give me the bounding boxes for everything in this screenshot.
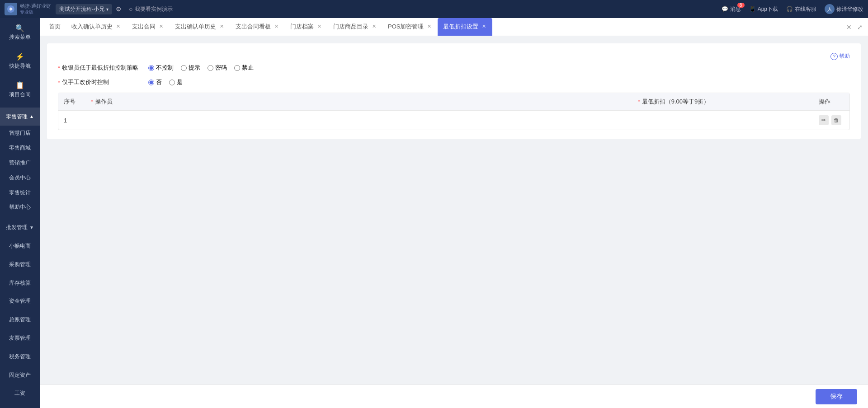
tab-close-expense-contract[interactable]: ✕ [158, 23, 164, 30]
sidebar-item-ledger[interactable]: 总账管理 [0, 310, 40, 329]
data-table-wrapper: 序号 * 操作员 * 最低折扣（9.00等于9折） 操作 [58, 93, 850, 130]
radio-forbid[interactable] [234, 65, 240, 71]
tab-store-profile[interactable]: 门店档案 ✕ [285, 18, 328, 36]
sidebar-item-finance[interactable]: 资金管理 [0, 292, 40, 310]
sidebar-settings-button[interactable]: ⚙ [0, 403, 40, 408]
discount-strategy-row: * 收银员低于最低折扣控制策略 不控制 提示 [58, 64, 850, 72]
sidebar-item-inventory[interactable]: 库存核算 [0, 274, 40, 292]
question-icon: ? [830, 53, 838, 60]
option-yes[interactable]: 是 [169, 78, 183, 86]
form-card: ? 帮助 * 收银员低于最低折扣控制策略 不控制 [47, 43, 861, 139]
sidebar-item-help[interactable]: 帮助中心 [0, 200, 40, 215]
tab-expand-button[interactable]: ⤢ [855, 23, 864, 32]
top-right-bar: 💬 消息 8 📱 App下载 🎧 在线客服 人 徐泽华修改 [722, 4, 863, 14]
radio-password[interactable] [208, 65, 213, 71]
radio-yes[interactable] [169, 80, 175, 85]
sidebar-item-marketing[interactable]: 营销推广 [0, 155, 40, 170]
option-forbid[interactable]: 禁止 [234, 64, 254, 72]
settings-button[interactable]: ⚙ [116, 5, 122, 13]
project-name: 测试分开流程-小兄 [59, 5, 104, 13]
tab-pos-password[interactable]: POS加密管理 ✕ [382, 18, 438, 36]
online-service-button[interactable]: 🎧 在线客服 [786, 5, 816, 13]
cell-operator [85, 111, 632, 130]
sidebar: 🔍 搜索菜单 ⚡ 快捷导航 📋 项目合同 零售管理 ▲ 智慧门店 零售商城 营销… [0, 18, 40, 408]
option-no-control[interactable]: 不控制 [148, 64, 174, 72]
sidebar-item-tax[interactable]: 税务管理 [0, 347, 40, 366]
sidebar-item-smart-store[interactable]: 智慧门店 [0, 126, 40, 141]
tab-home[interactable]: 首页 [43, 18, 66, 36]
tab-expense-confirm-history[interactable]: 支出确认单历史 ✕ [170, 18, 230, 36]
tab-close-store-product[interactable]: ✕ [371, 23, 377, 30]
sidebar-item-purchase[interactable]: 采购管理 [0, 255, 40, 274]
sidebar-item-salary[interactable]: 工资 [0, 384, 40, 403]
sidebar-item-fixed-assets[interactable]: 固定资产 [0, 366, 40, 385]
delete-button[interactable]: 🗑 [831, 115, 841, 125]
sidebar-item-ecommerce[interactable]: 小畅电商 [0, 237, 40, 255]
logo-text: 畅捷·通好业财 专业版 [20, 3, 51, 14]
content-area: 首页 收入确认单历史 ✕ 支出合同 ✕ 支出确认单历史 ✕ 支出合同看板 ✕ 门… [40, 18, 868, 408]
tab-store-product[interactable]: 门店商品目录 ✕ [328, 18, 382, 36]
bottom-bar: 保存 [40, 385, 868, 408]
tab-controls: ✕ ⤢ [844, 23, 864, 32]
option-remind[interactable]: 提示 [181, 64, 200, 72]
arrow-down-icon: ▼ [29, 225, 34, 231]
tab-close-min-discount[interactable]: ✕ [481, 23, 487, 30]
tab-close-store-profile[interactable]: ✕ [316, 23, 322, 30]
sidebar-item-wholesale[interactable]: 批发管理 ▼ [0, 218, 40, 237]
arrow-up-icon: ▲ [29, 113, 34, 120]
chevron-down-icon: ▾ [106, 7, 108, 12]
tab-close-expense-confirm[interactable]: ✕ [219, 23, 225, 30]
sidebar-item-invoice[interactable]: 发票管理 [0, 329, 40, 347]
action-buttons: ✏ 🗑 [819, 115, 844, 125]
sidebar-item-retail-mall[interactable]: 零售商城 [0, 141, 40, 155]
tab-close-all-button[interactable]: ✕ [844, 23, 854, 32]
table-header: 序号 * 操作员 * 最低折扣（9.00等于9折） 操作 [58, 93, 849, 111]
manual-price-label: * 仅手工改价时控制 [58, 78, 148, 86]
logo: 畅捷·通好业财 专业版 [5, 3, 51, 15]
radio-remind[interactable] [181, 65, 187, 71]
app-download-button[interactable]: 📱 App下载 [749, 5, 778, 13]
download-icon: 📱 [749, 6, 756, 12]
cell-seq: 1 [58, 111, 85, 130]
data-table: 序号 * 操作员 * 最低折扣（9.00等于9折） 操作 [58, 93, 849, 130]
main-layout: 🔍 搜索菜单 ⚡ 快捷导航 📋 项目合同 零售管理 ▲ 智慧门店 零售商城 营销… [0, 18, 868, 408]
radio-no[interactable] [148, 80, 154, 85]
manual-price-row: * 仅手工改价时控制 否 是 [58, 78, 850, 86]
manual-price-radio-group: 否 是 [148, 78, 183, 86]
discount-strategy-radio-group: 不控制 提示 密码 禁止 [148, 64, 254, 72]
edit-button[interactable]: ✏ [819, 115, 829, 125]
top-header: 畅捷·通好业财 专业版 测试分开流程-小兄 ▾ ⚙ ○ 我要看实例演示 💬 消息… [0, 0, 868, 18]
cell-action: ✏ 🗑 [813, 111, 849, 130]
tab-expense-contract-board[interactable]: 支出合同看板 ✕ [230, 18, 285, 36]
user-avatar-icon: 人 [825, 4, 835, 14]
option-password[interactable]: 密码 [208, 64, 227, 72]
tab-min-discount[interactable]: 最低折扣设置 ✕ [438, 18, 492, 36]
option-no[interactable]: 否 [148, 78, 162, 86]
message-button[interactable]: 💬 消息 8 [722, 5, 741, 13]
sidebar-item-project[interactable]: 📋 项目合同 [0, 75, 40, 103]
sidebar-item-search[interactable]: 🔍 搜索菜单 [0, 18, 40, 47]
radio-no-control[interactable] [148, 65, 154, 71]
save-button[interactable]: 保存 [816, 389, 857, 404]
table-body: 1 ✏ 🗑 [58, 111, 849, 130]
table-row: 1 ✏ 🗑 [58, 111, 849, 130]
tab-close-pos-password[interactable]: ✕ [426, 23, 432, 30]
sidebar-item-shortcut[interactable]: ⚡ 快捷导航 [0, 47, 40, 75]
col-header-seq: 序号 [58, 93, 85, 111]
project-selector[interactable]: 测试分开流程-小兄 ▾ [56, 4, 112, 14]
sidebar-item-member[interactable]: 会员中心 [0, 170, 40, 185]
user-profile-button[interactable]: 人 徐泽华修改 [825, 4, 863, 14]
message-badge: 8 [737, 3, 745, 8]
message-icon: 💬 [722, 6, 728, 12]
tab-expense-contract[interactable]: 支出合同 ✕ [127, 18, 170, 36]
sidebar-item-retail-stat[interactable]: 零售统计 [0, 185, 40, 200]
help-button[interactable]: ? 帮助 [830, 52, 850, 60]
logo-icon [5, 3, 17, 15]
demo-link[interactable]: ○ 我要看实例演示 [129, 5, 172, 13]
tab-close-income-history[interactable]: ✕ [115, 23, 121, 30]
required-star2: * [58, 79, 60, 86]
col-header-discount: * 最低折扣（9.00等于9折） [632, 93, 813, 111]
tab-income-history[interactable]: 收入确认单历史 ✕ [66, 18, 127, 36]
tab-close-expense-board[interactable]: ✕ [274, 23, 279, 30]
sidebar-item-retail[interactable]: 零售管理 ▲ [0, 108, 40, 126]
